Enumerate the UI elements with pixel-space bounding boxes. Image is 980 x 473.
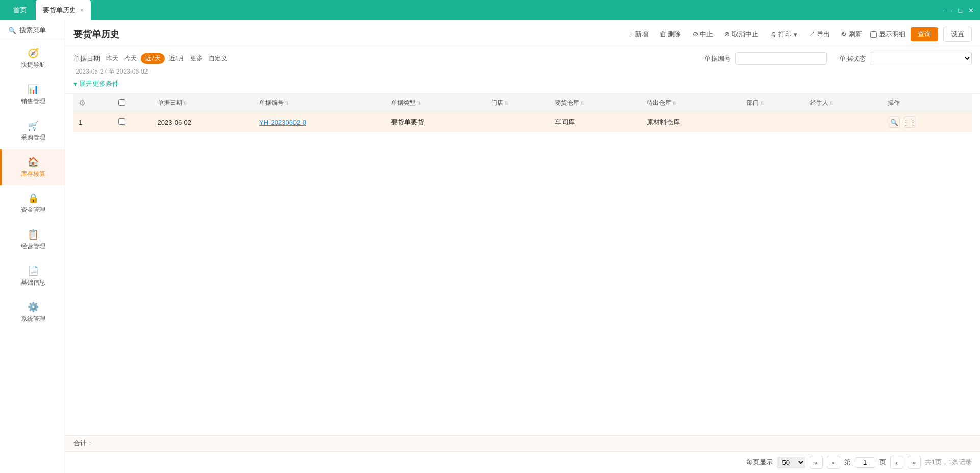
add-button[interactable]: + 新增 [626,28,651,41]
display-detail-label: 显示明细 [879,30,905,39]
sidebar-item-quick-nav[interactable]: 🧭 快捷导航 [0,40,65,77]
cell-index: 1 [74,112,113,132]
sidebar-item-inventory[interactable]: 🏠 库存核算 [0,149,65,185]
settings-icon[interactable]: ⚙ [79,99,86,107]
page-prev-btn[interactable]: ‹ [827,456,840,469]
filter-bar: 单据日期 昨天 今天 近7天 近1月 更多 自定义 单据编号 [65,46,980,94]
print-button[interactable]: 🖨 打印 ▾ [767,28,800,41]
sidebar-item-label-finance: 资金管理 [21,206,45,215]
sidebar-item-sales[interactable]: 📊 销售管理 [0,77,65,113]
row-view-btn[interactable]: 🔍 [889,116,900,128]
sort-icon-date: ⇅ [183,100,187,106]
finance-icon: 🔒 [28,193,39,204]
cell-number[interactable]: YH-20230602-0 [254,112,386,132]
date-btn-1month[interactable]: 近1月 [167,53,187,64]
date-filter-label: 单据日期 [74,54,100,63]
content-area: 要货单历史 + 新增 🗑 删除 ⊘ 中止 ⊘ 取消中止 🖨 打印 ▾ ↗ 导出 … [65,20,980,473]
date-btns: 昨天 今天 近7天 近1月 更多 自定义 [104,53,229,64]
tab-history[interactable]: 要货单历史 × [36,0,91,20]
delete-button[interactable]: 🗑 删除 [656,28,684,41]
sidebar-item-label-operations: 经营管理 [21,242,45,251]
page-title: 要货单历史 [74,28,119,40]
cell-handler [805,112,883,132]
main-layout: 🔍 搜索菜单 🧭 快捷导航 📊 销售管理 🛒 采购管理 🏠 库存核算 🔒 资金管… [0,20,980,473]
cell-store [486,112,550,132]
export-button[interactable]: ↗ 导出 [805,28,834,41]
cancel-suspend-button[interactable]: ⊘ 取消中止 [721,28,762,41]
row-checkbox[interactable] [118,118,125,125]
pagination: 每页显示 50 100 « ‹ 第 页 › » 共1页，1条记录 [65,451,980,473]
col-settings[interactable]: ⚙ [74,94,113,112]
page-next-btn[interactable]: › [890,456,903,469]
select-all-checkbox[interactable] [118,99,125,106]
sidebar-item-system[interactable]: ⚙️ 系统管理 [0,294,65,330]
row-edit-btn[interactable]: ⋮⋮ [904,116,915,128]
window-minimize[interactable]: — [945,7,952,14]
page-unit: 页 [879,458,886,467]
status-select[interactable] [870,52,972,65]
col-actions: 操作 [883,94,972,112]
sort-icon-number: ⇅ [285,100,289,106]
table-container: ⚙ 单据日期⇅ 单据编号⇅ 单据类型⇅ 门店⇅ 要货仓库⇅ 待出仓库⇅ 部门⇅ … [65,94,980,435]
col-type[interactable]: 单据类型⇅ [386,94,486,112]
page-header: 要货单历史 + 新增 🗑 删除 ⊘ 中止 ⊘ 取消中止 🖨 打印 ▾ ↗ 导出 … [65,20,980,46]
sidebar-item-label-sales: 销售管理 [21,97,45,106]
window-close[interactable]: ✕ [968,7,974,14]
tab-home[interactable]: 首页 [6,0,34,20]
search-menu[interactable]: 🔍 搜索菜单 [0,20,65,40]
date-btn-7days[interactable]: 近7天 [141,53,165,64]
sort-icon-req-wh: ⇅ [580,100,584,106]
page-label: 第 [844,458,851,467]
date-btn-more[interactable]: 更多 [188,53,205,64]
display-detail-checkbox-label[interactable]: 显示明细 [870,30,905,39]
cell-type: 要货单要货 [386,112,486,132]
table-row[interactable]: 1 2023-06-02 YH-20230602-0 要货单要货 车间库 原材料… [74,112,972,132]
doc-number-link[interactable]: YH-20230602-0 [259,119,306,126]
status-filter-group: 单据状态 [839,52,972,65]
per-page-select[interactable]: 50 100 [777,457,805,468]
query-button[interactable]: 查询 [911,27,938,41]
window-maximize[interactable]: □ [958,7,962,14]
settings-button[interactable]: 设置 [943,27,972,42]
cell-pending-warehouse: 原材料仓库 [642,112,742,132]
cell-checkbox[interactable] [113,112,152,132]
col-handler[interactable]: 经手人⇅ [805,94,883,112]
expand-more-btn[interactable]: ▾ 展开更多条件 [74,79,972,88]
refresh-button[interactable]: ↻ 刷新 [838,28,865,41]
col-department[interactable]: 部门⇅ [742,94,805,112]
date-btn-custom[interactable]: 自定义 [207,53,229,64]
records-table: ⚙ 单据日期⇅ 单据编号⇅ 单据类型⇅ 门店⇅ 要货仓库⇅ 待出仓库⇅ 部门⇅ … [74,94,972,132]
quick-nav-icon: 🧭 [28,48,39,59]
col-number[interactable]: 单据编号⇅ [254,94,386,112]
expand-more-label: 展开更多条件 [79,79,119,88]
doc-number-filter-group: 单据编号 [704,52,827,65]
sidebar-item-operations[interactable]: 📋 经营管理 [0,222,65,258]
page-input[interactable] [855,457,875,468]
col-req-warehouse[interactable]: 要货仓库⇅ [550,94,642,112]
col-date[interactable]: 单据日期⇅ [153,94,255,112]
cell-actions: 🔍 ⋮⋮ [883,112,972,132]
sort-icon-pend-wh: ⇅ [672,100,676,106]
col-store[interactable]: 门店⇅ [486,94,550,112]
filter-row: 单据日期 昨天 今天 近7天 近1月 更多 自定义 单据编号 [74,52,972,65]
date-btn-yesterday[interactable]: 昨天 [104,53,120,64]
page-last-btn[interactable]: » [908,456,921,469]
pagination-info: 共1页，1条记录 [925,458,972,467]
cell-req-warehouse: 车间库 [550,112,642,132]
sidebar-item-finance[interactable]: 🔒 资金管理 [0,185,65,222]
toolbar: + 新增 🗑 删除 ⊘ 中止 ⊘ 取消中止 🖨 打印 ▾ ↗ 导出 ↻ 刷新 显… [626,27,972,42]
suspend-button[interactable]: ⊘ 中止 [690,28,717,41]
page-first-btn[interactable]: « [810,456,823,469]
footer-sum: 合计： [65,435,980,451]
date-btn-today[interactable]: 今天 [122,53,139,64]
display-detail-checkbox[interactable] [870,31,877,38]
search-menu-label: 搜索菜单 [19,26,46,35]
sidebar-item-purchase[interactable]: 🛒 采购管理 [0,113,65,149]
col-checkbox [113,94,152,112]
sidebar-item-basic-info[interactable]: 📄 基础信息 [0,258,65,294]
window-actions: — □ ✕ [945,7,974,14]
col-pending-warehouse[interactable]: 待出仓库⇅ [642,94,742,112]
doc-number-input[interactable] [735,52,827,65]
tab-close-icon[interactable]: × [80,7,84,14]
system-icon: ⚙️ [28,301,39,313]
